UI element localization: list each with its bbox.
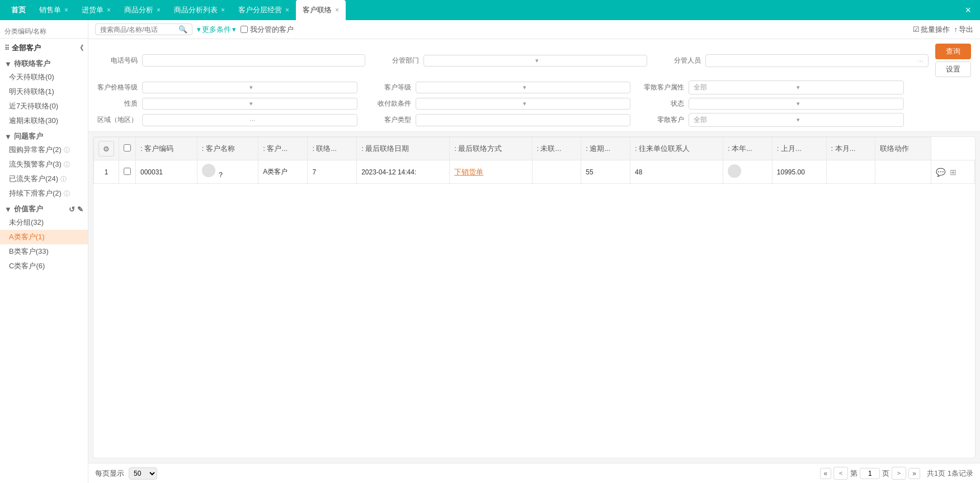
close-product-analysis-list-icon[interactable]: × xyxy=(221,6,225,14)
global-close-button[interactable]: × xyxy=(960,4,976,16)
nav-product-analysis[interactable]: 商品分析 × xyxy=(117,0,167,20)
settings-icon[interactable]: ⚙ xyxy=(98,141,114,157)
row-checkbox[interactable] xyxy=(124,168,131,175)
page-size-label: 每页显示 xyxy=(95,468,124,479)
sidebar-item-declining[interactable]: 持续下滑客户(2) ⓘ xyxy=(0,186,88,201)
close-customer-contact-icon[interactable]: × xyxy=(335,6,339,14)
sidebar-item-7day-contact[interactable]: 近7天待联络(0) xyxy=(0,99,88,113)
filter-nature-select[interactable]: ▾ xyxy=(142,98,357,110)
row-code: 000031 xyxy=(136,160,197,184)
filter-scatter-customer-select[interactable]: 全部 ▾ xyxy=(689,113,904,127)
filter-customer-type-field[interactable] xyxy=(421,116,626,124)
filter-price-grade-label: 客户价格等级 xyxy=(97,83,138,92)
batch-op-icon: ☑ xyxy=(913,25,920,34)
setting-button[interactable]: 设置 xyxy=(935,61,971,77)
sidebar-item-churn-warning[interactable]: 流失预警客户(3) ⓘ xyxy=(0,157,88,172)
sidebar-item-churned[interactable]: 已流失客户(24) ⓘ xyxy=(0,172,88,186)
search-icon[interactable]: 🔍 xyxy=(178,25,187,34)
filter-phone-input[interactable] xyxy=(142,54,365,67)
close-product-analysis-icon[interactable]: × xyxy=(157,6,161,14)
info-icon-hoarding: ⓘ xyxy=(64,146,70,154)
prev-page-btn[interactable]: ＜ xyxy=(833,467,848,480)
filter-customer-grade: 客户等级 ▾ xyxy=(371,82,631,93)
export-btn[interactable]: ↑ 导出 xyxy=(954,25,974,35)
nav-home[interactable]: 首页 xyxy=(4,0,32,20)
filter-price-grade-select[interactable]: ▾ xyxy=(142,82,357,93)
sidebar-item-ungrouped[interactable]: 未分组(32) xyxy=(0,215,88,230)
next-page-btn[interactable]: ＞ xyxy=(892,467,906,480)
filter-customer-type: 客户类型 xyxy=(371,114,631,126)
sidebar-item-overdue-contact[interactable]: 逾期未联络(30) xyxy=(0,113,88,128)
nav-product-analysis-list[interactable]: 商品分析列表 × xyxy=(167,0,232,20)
pagination: « ＜ 第 页 ＞ » 共1页 1条记录 xyxy=(820,467,973,480)
query-button[interactable]: 查询 xyxy=(935,44,971,59)
nav-customer-segment[interactable]: 客户分层经营 × xyxy=(232,0,296,20)
filter-row-2: 客户价格等级 ▾ 客户等级 ▾ 零散客户属性 xyxy=(97,80,971,94)
refresh-icon[interactable]: ↺ xyxy=(69,205,75,214)
close-customer-segment-icon[interactable]: × xyxy=(285,6,289,14)
sidebar-item-hoarding[interactable]: 囤购异常客户(2) ⓘ xyxy=(0,143,88,157)
sidebar-search-input[interactable] xyxy=(4,27,88,35)
row-uncontacted xyxy=(532,160,581,184)
footer: 每页显示 50 100 200 « ＜ 第 页 ＞ » 共1页 1条记录 xyxy=(88,463,980,483)
message-icon[interactable]: 💬 xyxy=(936,168,945,177)
sidebar-item-class-b[interactable]: B类客户(33) xyxy=(0,244,88,259)
filter-payment-arrow-icon: ▾ xyxy=(523,100,625,107)
col-header-last-month: : 上月... xyxy=(772,138,826,160)
close-purchase-order-icon[interactable]: × xyxy=(107,6,111,14)
search-box[interactable]: 🔍 xyxy=(95,23,192,35)
filter-customer-type-input[interactable] xyxy=(416,114,631,126)
sidebar-all-customers[interactable]: ⠿ 全部客户 《 xyxy=(0,41,88,55)
select-all-checkbox[interactable] xyxy=(124,144,131,151)
filter-status: 状态 ▾ xyxy=(644,98,904,110)
filter-dept-select[interactable]: ▾ xyxy=(423,55,647,67)
my-customer-checkbox[interactable] xyxy=(241,26,248,33)
filter-phone-field[interactable] xyxy=(147,56,360,64)
col-header-name: : 客户名称 xyxy=(197,138,258,160)
filter-dept-arrow-icon: ▾ xyxy=(535,57,642,64)
col-header-last-contact-date: : 最后联络日期 xyxy=(357,138,450,160)
nav-sales-order[interactable]: 销售单 × xyxy=(32,0,75,20)
info-icon-churn-warning: ⓘ xyxy=(64,160,70,169)
col-header-last-contact-method: : 最后联络方式 xyxy=(450,138,532,160)
nav-purchase-order[interactable]: 进货单 × xyxy=(75,0,117,20)
row-last-contact-method[interactable]: 下销货单 xyxy=(450,160,532,184)
filter-scatter-attr-label: 零散客户属性 xyxy=(644,83,684,92)
close-sales-order-icon[interactable]: × xyxy=(64,6,68,14)
row-name: ？ xyxy=(197,160,258,184)
filter-person-label: 分管人员 xyxy=(661,56,701,65)
filter-status-select[interactable]: ▾ xyxy=(689,98,904,110)
filter-more-btn[interactable]: ▾ 更多条件 ▾ xyxy=(197,25,236,35)
sidebar-section-value: ▼ 价值客户 ↺ ✎ xyxy=(0,201,88,215)
nav-customer-contact[interactable]: 客户联络 × xyxy=(296,0,346,20)
filter-price-grade: 客户价格等级 ▾ xyxy=(97,82,357,93)
share-icon[interactable]: ⊞ xyxy=(950,168,957,177)
last-contact-method-link[interactable]: 下销货单 xyxy=(454,168,483,176)
col-header-contact-count: : 联络... xyxy=(308,138,357,160)
filter-person-field[interactable] xyxy=(710,56,915,64)
row-check[interactable] xyxy=(119,160,136,184)
edit-icon[interactable]: ✎ xyxy=(77,205,83,214)
search-input[interactable] xyxy=(100,26,178,34)
sidebar-item-class-c[interactable]: C类客户(6) xyxy=(0,259,88,273)
sidebar-search-bar[interactable]: 🔍 xyxy=(0,25,88,39)
filter-scatter-attr-select[interactable]: 全部 ▾ xyxy=(689,80,904,94)
batch-operation-btn[interactable]: ☑ 批量操作 xyxy=(913,25,950,35)
export-icon: ↑ xyxy=(954,25,958,34)
first-page-btn[interactable]: « xyxy=(820,468,832,479)
info-icon-churned: ⓘ xyxy=(60,175,67,183)
my-customer-checkbox-area[interactable]: 我分管的客户 xyxy=(241,25,294,35)
sidebar-item-tomorrow-contact[interactable]: 明天待联络(1) xyxy=(0,84,88,99)
page-size-select[interactable]: 50 100 200 xyxy=(129,467,157,480)
filter-person-input[interactable]: ··· xyxy=(705,54,929,67)
sidebar-item-class-a[interactable]: A类客户(1) xyxy=(0,230,88,244)
filter-region-label: 区域（地区） xyxy=(97,115,138,125)
filter-customer-grade-select[interactable]: ▾ xyxy=(416,82,631,93)
filter-row-1: 电话号码 分管部门 ▾ 分管人员 xyxy=(97,44,971,77)
filter-region-select[interactable]: ··· xyxy=(142,114,357,126)
page-suffix-label: 页 xyxy=(882,468,889,479)
last-page-btn[interactable]: » xyxy=(908,468,920,479)
filter-payment-select[interactable]: ▾ xyxy=(416,98,631,110)
page-number-input[interactable] xyxy=(860,468,880,479)
sidebar-item-today-contact[interactable]: 今天待联络(0) xyxy=(0,70,88,84)
